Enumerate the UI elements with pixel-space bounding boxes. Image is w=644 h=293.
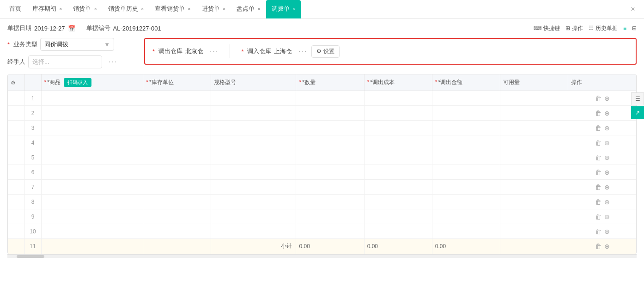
avail-cell[interactable] <box>500 224 568 239</box>
qty-cell[interactable] <box>296 121 364 135</box>
tab-close-transfer-order[interactable]: × <box>292 6 295 12</box>
tab-purchase-order[interactable]: 进货单 × <box>196 0 231 18</box>
copy-icon[interactable]: ⊕ <box>604 154 610 161</box>
history-button[interactable]: ☷ 历史单据 <box>589 24 618 32</box>
tab-view-sales[interactable]: 查看销货单 × <box>149 0 196 18</box>
copy-icon[interactable]: ⊕ <box>604 139 610 146</box>
amount-cell[interactable] <box>432 91 500 106</box>
unit-cell[interactable] <box>143 209 211 224</box>
unit-cell[interactable] <box>143 121 211 135</box>
tab-transfer-order[interactable]: 调拨单 × <box>266 0 301 18</box>
cost-cell[interactable] <box>364 106 432 121</box>
amount-cell[interactable] <box>432 121 500 135</box>
product-cell[interactable] <box>41 165 143 180</box>
delete-icon[interactable]: 🗑 <box>595 169 601 176</box>
spec-cell[interactable] <box>211 209 296 224</box>
transfer-in-more-icon[interactable]: ··· <box>298 47 307 55</box>
amount-cell[interactable] <box>432 224 500 239</box>
copy-icon[interactable]: ⊕ <box>604 183 610 191</box>
amount-cell[interactable] <box>432 135 500 150</box>
unit-cell[interactable] <box>143 91 211 106</box>
amount-cell[interactable] <box>432 150 500 165</box>
amount-cell[interactable] <box>432 209 500 224</box>
qty-cell[interactable] <box>296 150 364 165</box>
cost-cell[interactable] <box>364 121 432 135</box>
copy-icon[interactable]: ⊕ <box>604 110 610 117</box>
avail-cell[interactable] <box>500 106 568 121</box>
avail-cell[interactable] <box>500 165 568 180</box>
qty-cell[interactable] <box>296 180 364 195</box>
copy-icon[interactable]: ⊕ <box>604 228 610 235</box>
sidebar-list-button[interactable]: ☰ <box>631 92 644 105</box>
copy-icon[interactable]: ⊕ <box>604 213 610 220</box>
unit-cell[interactable] <box>143 106 211 121</box>
qty-cell[interactable] <box>296 135 364 150</box>
unit-cell[interactable] <box>143 180 211 195</box>
delete-icon[interactable]: 🗑 <box>595 124 601 132</box>
transfer-out-more-icon[interactable]: ··· <box>210 47 219 55</box>
layout-toggle-2[interactable]: ⊟ <box>632 25 637 31</box>
qty-cell[interactable] <box>296 209 364 224</box>
sidebar-export-button[interactable]: ↗ <box>631 106 644 119</box>
layout-toggle-1[interactable]: ≡ <box>623 25 626 31</box>
spec-cell[interactable] <box>211 180 296 195</box>
tab-inventory-init[interactable]: 库存期初 × <box>27 0 67 18</box>
delete-icon[interactable]: 🗑 <box>595 154 601 161</box>
cost-cell[interactable] <box>364 224 432 239</box>
product-cell[interactable] <box>41 209 143 224</box>
spec-cell[interactable] <box>211 106 296 121</box>
cost-cell[interactable] <box>364 195 432 209</box>
unit-cell[interactable] <box>143 224 211 239</box>
window-close-button[interactable]: × <box>626 2 640 17</box>
unit-cell[interactable] <box>143 195 211 209</box>
tab-close-inventory-init[interactable]: × <box>59 6 62 12</box>
product-cell[interactable] <box>41 195 143 209</box>
tab-close-inventory-check[interactable]: × <box>257 6 260 12</box>
spec-cell[interactable] <box>211 165 296 180</box>
unit-cell[interactable] <box>143 150 211 165</box>
avail-cell[interactable] <box>500 195 568 209</box>
spec-cell[interactable] <box>211 224 296 239</box>
cost-cell[interactable] <box>364 180 432 195</box>
qty-cell[interactable] <box>296 195 364 209</box>
tab-close-sales-order[interactable]: × <box>94 6 97 12</box>
tab-close-view-sales[interactable]: × <box>188 6 190 12</box>
handler-select[interactable]: 选择... <box>28 55 102 68</box>
cost-cell[interactable] <box>364 165 432 180</box>
qty-cell[interactable] <box>296 224 364 239</box>
business-type-select[interactable]: 同价调拨 ▼ <box>40 38 114 51</box>
spec-cell[interactable] <box>211 91 296 106</box>
tab-close-sales-history[interactable]: × <box>141 6 144 12</box>
qty-cell[interactable] <box>296 91 364 106</box>
operations-button[interactable]: ⊞ 操作 <box>565 24 583 32</box>
delete-icon[interactable]: 🗑 <box>595 213 601 220</box>
product-cell[interactable] <box>41 91 143 106</box>
delete-icon[interactable]: 🗑 <box>595 198 601 206</box>
avail-cell[interactable] <box>500 91 568 106</box>
qty-cell[interactable] <box>296 106 364 121</box>
delete-icon[interactable]: 🗑 <box>595 183 601 191</box>
tab-home[interactable]: 首页 <box>4 0 27 18</box>
cost-cell[interactable] <box>364 91 432 106</box>
tab-close-purchase-order[interactable]: × <box>223 6 225 12</box>
cost-cell[interactable] <box>364 150 432 165</box>
copy-icon[interactable]: ⊕ <box>604 198 610 206</box>
unit-cell[interactable] <box>143 135 211 150</box>
tab-inventory-check[interactable]: 盘点单 × <box>231 0 266 18</box>
spec-cell[interactable] <box>211 121 296 135</box>
amount-cell[interactable] <box>432 106 500 121</box>
amount-cell[interactable] <box>432 165 500 180</box>
delete-icon[interactable]: 🗑 <box>595 110 601 117</box>
handler-more-icon[interactable]: ··· <box>109 58 117 66</box>
delete-icon[interactable]: 🗑 <box>595 95 601 102</box>
product-cell[interactable] <box>41 150 143 165</box>
tab-sales-order[interactable]: 销货单 × <box>67 0 102 18</box>
avail-cell[interactable] <box>500 180 568 195</box>
qty-cell[interactable] <box>296 165 364 180</box>
copy-icon[interactable]: ⊕ <box>604 124 610 132</box>
scroll-bar[interactable] <box>7 254 637 258</box>
calendar-icon[interactable]: 📅 <box>68 25 75 32</box>
delete-icon[interactable]: 🗑 <box>595 139 601 146</box>
unit-cell[interactable] <box>143 165 211 180</box>
avail-cell[interactable] <box>500 150 568 165</box>
